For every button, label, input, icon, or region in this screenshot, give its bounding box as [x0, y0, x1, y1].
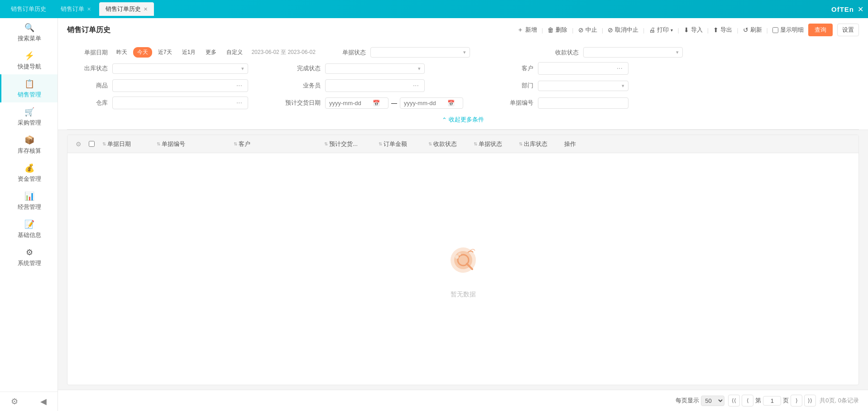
delivery-date-to[interactable]: 📅: [400, 97, 463, 109]
tab-sales-order-history[interactable]: 销售订单历史 ✕: [99, 2, 154, 16]
date-btn-last1month[interactable]: 近1月: [178, 47, 200, 58]
warehouse-input[interactable]: ···: [112, 97, 248, 109]
stop-label: 中止: [585, 26, 597, 34]
delivery-date-to-input[interactable]: [404, 100, 445, 106]
divider-8: |: [767, 27, 768, 34]
next-page-btn[interactable]: ⟩: [791, 395, 802, 406]
capital-mgmt-icon: 💰: [24, 163, 34, 173]
col-payment-sort-icon: ⇅: [428, 141, 432, 146]
last-page-btn[interactable]: ⟩⟩: [804, 395, 816, 406]
customer-dots[interactable]: ···: [615, 64, 624, 73]
page-header: 销售订单历史 ＋ 新增 | 🗑 删除 | ⊘ 中止: [58, 18, 868, 130]
date-btn-yesterday[interactable]: 昨天: [112, 47, 131, 58]
column-settings-icon[interactable]: ⚙: [72, 140, 85, 148]
stock-out-select[interactable]: ▾: [112, 63, 248, 74]
export-icon: ⬆: [713, 26, 719, 34]
date-btn-more[interactable]: 更多: [201, 47, 221, 58]
col-payment[interactable]: ⇅ 收款状态: [425, 140, 470, 148]
col-amount[interactable]: ⇅ 订单金额: [375, 140, 425, 148]
tab-sales-order-close[interactable]: ✕: [87, 6, 91, 12]
tab-home[interactable]: 销售订单历史: [5, 2, 53, 16]
collapse-row[interactable]: ⌃ 收起更多条件: [76, 114, 850, 124]
display-detail-checkbox[interactable]: 显示明细: [772, 26, 804, 34]
sidebar-item-system-mgmt[interactable]: ⚙ 系统管理: [0, 243, 58, 271]
sidebar-item-inventory-calc[interactable]: 📦 库存核算: [0, 131, 58, 159]
voucher-no-input[interactable]: [538, 97, 628, 109]
import-button[interactable]: ⬇ 导入: [684, 26, 703, 34]
settings-button[interactable]: 设置: [837, 24, 859, 36]
delivery-date-from[interactable]: 📅: [325, 97, 388, 109]
dept-select[interactable]: ▾: [538, 81, 628, 91]
page-suffix-label: 页: [783, 396, 789, 405]
voucher-no-text-input[interactable]: [542, 100, 624, 106]
top-bar: 销售订单历史 销售订单 ✕ 销售订单历史 ✕ OfTEn ✕: [0, 0, 868, 18]
col-no-sort-icon: ⇅: [157, 141, 160, 146]
stop-button[interactable]: ⊘ 中止: [578, 26, 597, 34]
date-btn-last7[interactable]: 近7天: [154, 47, 176, 58]
customer-input[interactable]: ···: [538, 62, 628, 75]
sidebar-item-sales-mgmt-label: 销售管理: [18, 91, 41, 99]
close-window-icon[interactable]: ✕: [858, 5, 863, 14]
sidebar-item-sales-mgmt[interactable]: 📋 销售管理: [0, 74, 58, 102]
col-client[interactable]: ⇅ 客户: [230, 140, 321, 148]
salesperson-input[interactable]: ···: [325, 79, 425, 92]
first-page-btn[interactable]: ⟨⟨: [728, 395, 740, 406]
warehouse-dots[interactable]: ···: [235, 99, 244, 107]
stock-out-control: ▾: [112, 63, 284, 74]
customer-control: ···: [538, 62, 710, 75]
date-btn-custom[interactable]: 自定义: [222, 47, 247, 58]
calendar-to-icon: 📅: [447, 100, 455, 106]
prev-page-btn[interactable]: ⟨: [742, 395, 753, 406]
svg-point-5: [458, 253, 461, 256]
date-btn-today[interactable]: 今天: [133, 47, 152, 58]
select-all-input[interactable]: [89, 141, 95, 147]
col-delivery[interactable]: ⇅ 预计交货...: [321, 140, 375, 148]
divider-2: |: [572, 27, 573, 34]
select-all-checkbox[interactable]: [85, 141, 99, 147]
sidebar-item-operations-mgmt[interactable]: 📊 经营管理: [0, 187, 58, 215]
col-stock[interactable]: ⇅ 出库状态: [515, 140, 561, 148]
operations-mgmt-icon: 📊: [24, 191, 34, 201]
sidebar-item-quick-nav[interactable]: ⚡ 快捷导航: [0, 46, 58, 74]
current-page-input[interactable]: [763, 396, 781, 406]
display-detail-input[interactable]: [772, 27, 778, 33]
voucher-status-select[interactable]: ▾: [370, 47, 470, 58]
divider-6: |: [707, 27, 709, 34]
sidebar-item-search-menu[interactable]: 🔍 搜索菜单: [0, 18, 58, 46]
sidebar-item-quick-nav-label: 快捷导航: [18, 63, 41, 71]
export-button[interactable]: ⬆ 导出: [713, 26, 732, 34]
payment-status-select[interactable]: ▾: [583, 47, 683, 58]
empty-text: 暂无数据: [451, 290, 476, 299]
sidebar-settings-icon[interactable]: ⚙: [11, 396, 18, 406]
query-button[interactable]: 查询: [808, 24, 833, 36]
table-container: ⚙ ⇅ 单据日期 ⇅ 单据编号 ⇅ 客户: [67, 135, 859, 385]
sidebar-item-capital-mgmt[interactable]: 💰 资金管理: [0, 159, 58, 187]
delivery-date-from-input[interactable]: [329, 100, 370, 106]
col-voucher[interactable]: ⇅ 单据状态: [470, 140, 515, 148]
salesperson-dots[interactable]: ···: [411, 82, 421, 90]
sidebar-item-purchase-mgmt[interactable]: 🛒 采购管理: [0, 102, 58, 131]
sidebar-collapse-icon[interactable]: ◀: [40, 396, 47, 406]
cancel-stop-label: 取消中止: [615, 26, 638, 34]
import-label: 导入: [691, 26, 703, 34]
warehouse-label: 仓库: [76, 99, 112, 107]
sidebar-item-basic-info[interactable]: 📝 基础信息: [0, 215, 58, 243]
tab-sales-order-history-close[interactable]: ✕: [144, 6, 148, 12]
tab-sales-order[interactable]: 销售订单 ✕: [54, 2, 97, 16]
cancel-stop-button[interactable]: ⊘ 取消中止: [608, 26, 638, 34]
sidebar-bottom: ⚙ ◀: [0, 392, 58, 411]
col-no[interactable]: ⇅ 单据编号: [153, 140, 230, 148]
divider-7: |: [737, 27, 738, 34]
col-date[interactable]: ⇅ 单据日期: [99, 140, 153, 148]
delete-button[interactable]: 🗑 删除: [547, 26, 567, 34]
print-button[interactable]: 🖨 打印 ▾: [649, 26, 673, 34]
goods-dots[interactable]: ···: [235, 82, 244, 90]
per-page-select[interactable]: 50 100 200: [701, 396, 724, 406]
dept-control: ▾: [538, 81, 710, 91]
delete-label: 删除: [556, 26, 567, 34]
col-action-label: 操作: [564, 140, 576, 148]
new-button[interactable]: ＋ 新增: [517, 26, 537, 34]
complete-status-select[interactable]: ▾: [325, 63, 425, 74]
refresh-button[interactable]: ↺ 刷新: [743, 26, 762, 34]
goods-input[interactable]: ···: [112, 79, 248, 92]
